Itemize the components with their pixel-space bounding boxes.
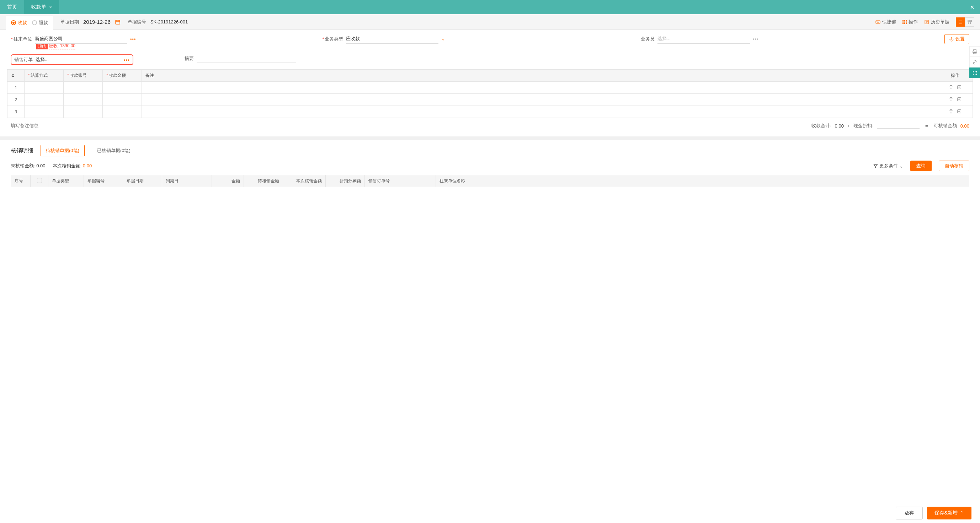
date-label: 单据日期 [60,19,79,25]
party-badge-row: 现结 应收: 1390.00 [36,43,308,49]
window-close-button[interactable]: × [964,0,980,14]
view-list-button[interactable] [956,17,965,27]
trash-icon[interactable] [949,97,953,101]
col-amount: 金额 [212,175,244,187]
date-value[interactable]: 2019-12-26 [83,19,111,25]
tab-pending[interactable]: 待核销单据(0笔) [41,145,84,156]
trash-icon[interactable] [949,85,953,90]
salesman-input[interactable]: 选择... [657,34,750,44]
svg-point-14 [951,38,952,40]
checkbox-all[interactable] [37,178,42,183]
cell-account[interactable] [64,82,103,94]
cell-account[interactable] [64,94,103,106]
writeoff-subrow: 未核销金额: 0.00 本次核销金额: 0.00 更多条件 ⌄ 查询 自动核销 [11,161,969,171]
cell-account[interactable] [64,106,103,118]
cell-settlement[interactable] [24,94,64,106]
calendar-icon[interactable] [115,19,121,25]
cell-remark[interactable] [142,94,937,106]
chevron-down-icon: ⌄ [899,163,903,169]
settings-button[interactable]: 设置 [945,34,969,44]
cell-amount[interactable] [103,94,142,106]
spacer [59,0,964,14]
cell-settlement[interactable] [24,82,64,94]
salesman-field: 业务员 选择... ••• [633,34,930,44]
col-no: 单据编号 [84,175,123,187]
biz-type-select[interactable]: 应收款 [346,34,438,44]
total-label: 收款合计: [811,122,831,129]
expand-icon[interactable] [969,68,980,78]
col-checkbox [30,175,48,187]
summary-input[interactable] [197,54,296,63]
party-input[interactable]: 新盛商贸公司 [35,34,127,44]
top-tab-bar: 首页 收款单 × × [0,0,980,14]
side-rail [969,46,980,78]
row-number: 3 [8,106,24,118]
writeoff-grid: 序号 单据类型 单据编号 单据日期 到期日 金额 待核销金额 本次核销金额 折扣… [11,175,969,244]
row-number: 1 [8,82,24,94]
chevron-down-icon[interactable]: ⌄ [441,36,445,41]
ellipsis-icon[interactable]: ••• [753,36,759,41]
sales-order-input[interactable]: 选择... [35,57,121,63]
add-row-icon[interactable] [957,109,961,114]
cell-remark[interactable] [142,106,937,118]
table-row[interactable]: 2 [8,94,973,106]
svg-rect-2 [902,20,904,21]
query-button[interactable]: 查询 [910,161,932,171]
keyboard-icon [875,19,880,24]
svg-rect-12 [968,20,969,22]
mode-radio-group: 收款 退款 [6,16,53,30]
cell-ops [937,94,973,106]
history-button[interactable]: 历史单据 [922,19,951,25]
col-order: 销售订单号 [365,175,436,187]
tab-current[interactable]: 收款单 × [24,0,59,14]
svg-rect-5 [902,21,904,22]
trash-icon[interactable] [949,109,953,114]
tab-done[interactable]: 已核销单据(0笔) [92,145,136,156]
more-filter-button[interactable]: 更多条件 ⌄ [873,163,903,169]
link-icon[interactable] [969,57,980,68]
col-this: 本次核销金额 [283,175,326,187]
tab-home[interactable]: 首页 [0,0,24,14]
view-grid-button[interactable] [965,17,974,27]
form-row-1: *往来单位 新盛商贸公司 ••• 现结 应收: 1390.00 *业务类型 应收… [11,34,969,52]
ellipsis-icon[interactable]: ••• [124,57,130,63]
salesman-label: 业务员 [633,36,655,42]
form-area: *往来单位 新盛商贸公司 ••• 现结 应收: 1390.00 *业务类型 应收… [0,30,980,69]
remark-input[interactable] [11,122,124,130]
print-icon[interactable] [969,46,980,57]
writeoffable-label: 可核销金额 [934,122,957,129]
party-label: *往来单位 [11,36,32,42]
cell-settlement[interactable] [24,106,64,118]
col-date: 单据日期 [123,175,162,187]
discount-input[interactable] [877,123,920,128]
col-seq: 序号 [11,175,30,187]
cell-amount[interactable] [103,82,142,94]
table-row[interactable]: 1 [8,82,973,94]
close-icon[interactable]: × [49,4,52,10]
grid-icon [902,20,907,24]
radio-receipt-label: 收款 [18,19,27,26]
svg-rect-6 [904,21,905,22]
writeoffable-value: 0.00 [961,123,969,128]
table-row[interactable]: 3 [8,106,973,118]
history-icon [924,19,929,24]
party-field: *往来单位 新盛商贸公司 ••• [11,34,308,44]
shortcut-button[interactable]: 快捷键 [873,19,898,25]
cell-remark[interactable] [142,82,937,94]
settings-label: 设置 [956,36,965,42]
add-row-icon[interactable] [957,85,961,90]
auto-writeoff-button[interactable]: 自动核销 [939,161,969,171]
radio-receipt[interactable]: 收款 [11,19,27,26]
svg-rect-0 [116,20,120,24]
gear-icon [949,37,954,41]
cell-amount[interactable] [103,106,142,118]
ellipsis-icon[interactable]: ••• [130,36,136,41]
operate-button[interactable]: 操作 [900,19,920,25]
gear-icon[interactable]: ⚙ [8,70,24,82]
radio-refund[interactable]: 退款 [32,19,48,26]
payment-grid-wrap: ⚙ *结算方式 *收款账号 *收款金额 备注 操作 1 2 [0,69,980,118]
due-link[interactable]: 应收: 1390.00 [49,43,75,49]
svg-rect-13 [970,20,972,22]
cell-ops [937,106,973,118]
add-row-icon[interactable] [957,97,961,101]
